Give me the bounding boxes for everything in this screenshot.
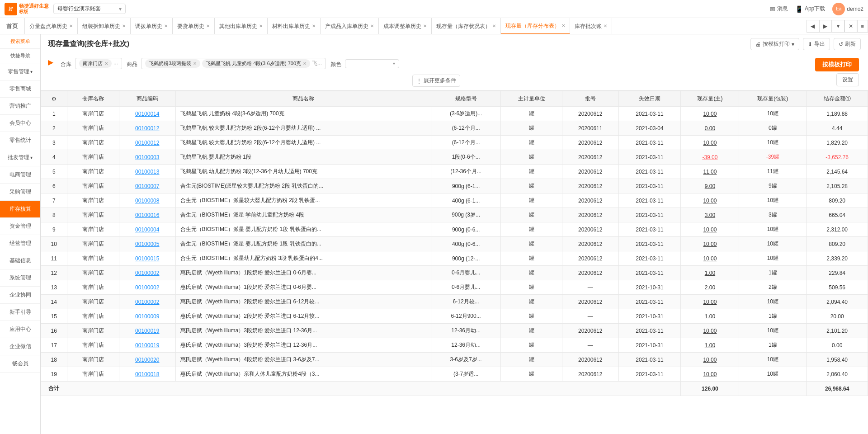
tab-mix[interactable]: 调拨单历史 ✕ (131, 18, 173, 34)
cell-qty-main[interactable]: 10.00 (681, 107, 739, 121)
tab-next-btn[interactable]: ▶ (819, 20, 832, 33)
user-info[interactable]: Ea demo2 (832, 3, 863, 15)
tab-close-all-btn[interactable]: ≡ (857, 20, 868, 33)
app-download-btn[interactable]: 📱 App下载 (795, 5, 825, 13)
tab-stock-status[interactable]: 现存量（库存状况表） ✕ (432, 18, 501, 34)
sidebar-item-member2[interactable]: 畅会员 (0, 355, 40, 373)
cell-code[interactable]: 00100004 (119, 222, 176, 237)
tab-close-split[interactable]: ✕ (69, 18, 73, 34)
tab-close-batch-settle[interactable]: ✕ (604, 18, 607, 34)
sidebar-item-member[interactable]: 会员中心 (0, 115, 40, 132)
cell-code[interactable]: 00100002 (119, 280, 176, 295)
sidebar-item-marketing[interactable]: 营销推广 (0, 98, 40, 115)
sidebar-item-stock[interactable]: 库存核算 (0, 201, 40, 218)
cell-code[interactable]: 00100020 (119, 353, 176, 367)
sidebar-item-biz[interactable]: 经营管理 (0, 235, 40, 252)
sidebar-item-shop[interactable]: 零售商城 (0, 80, 40, 98)
tab-menu-btn[interactable]: ▾ (832, 20, 844, 33)
tab-prev-btn[interactable]: ◀ (807, 20, 819, 33)
query-btn[interactable]: 按模板打印 (815, 58, 859, 71)
product-tag-2-close[interactable]: ✕ (303, 61, 307, 66)
refresh-btn[interactable]: ↺ 刷新 (834, 38, 861, 50)
cell-code[interactable]: 00100002 (119, 295, 176, 309)
sidebar-item-stats[interactable]: 零售统计 (0, 132, 40, 149)
cell-code[interactable]: 00100014 (119, 107, 176, 121)
sidebar-item-guide[interactable]: 新手引导 (0, 304, 40, 321)
sidebar-item-app-center[interactable]: 应用中心 (0, 321, 40, 338)
sidebar-item-retail[interactable]: 零售管理 ▾ (0, 63, 40, 80)
product-tag-1-close[interactable]: ✕ (193, 61, 197, 66)
sidebar-item-ecommerce[interactable]: 电商管理 (0, 166, 40, 184)
sidebar-item-wholesale[interactable]: 批发管理 ▾ (0, 149, 40, 166)
cell-code[interactable]: 00100019 (119, 338, 176, 353)
tab-close-stock-status[interactable]: ✕ (492, 18, 496, 34)
cell-code[interactable]: 00100018 (119, 367, 176, 382)
tab-close-disassemble[interactable]: ✕ (122, 18, 126, 34)
tab-want[interactable]: 要货单历史 ✕ (173, 18, 215, 34)
cell-qty-main[interactable]: 1.00 (681, 309, 739, 324)
print-btn[interactable]: 🖨 按模板打印 ▾ (750, 38, 799, 50)
cell-qty-main[interactable]: 10.00 (681, 193, 739, 208)
cell-qty-main[interactable]: 1.00 (681, 266, 739, 280)
filter-expand-arrow[interactable]: ▶ (48, 58, 53, 66)
cell-qty-main[interactable]: 10.00 (681, 251, 739, 266)
cell-code[interactable]: 00100005 (119, 237, 176, 251)
tab-close-material-out[interactable]: ✕ (312, 18, 316, 34)
cell-qty-main[interactable]: 9.00 (681, 179, 739, 193)
cell-qty-main[interactable]: 2.00 (681, 280, 739, 295)
sidebar-item-finance[interactable]: 资金管理 (0, 218, 40, 235)
cell-qty-main[interactable]: 10.00 (681, 367, 739, 382)
tab-close-stock-dist[interactable]: ✕ (561, 18, 565, 34)
cell-qty-main[interactable]: 10.00 (681, 136, 739, 150)
setting-btn[interactable]: 设置 (836, 73, 859, 86)
cell-code[interactable]: 00100012 (119, 136, 176, 150)
tab-home[interactable]: 首页 (0, 18, 25, 34)
warehouse-tag-close[interactable]: ✕ (104, 61, 108, 66)
expand-more-btn[interactable]: ⋮ 展开更多条件 (412, 75, 460, 87)
sidebar-quick-nav[interactable]: 快捷导航 (0, 49, 40, 63)
tab-stock-dist[interactable]: 现存量（库存分布表） ✕ (501, 18, 570, 34)
cell-qty-main[interactable]: -39.00 (681, 150, 739, 165)
cell-qty-main[interactable]: 10.00 (681, 295, 739, 309)
cell-qty-main[interactable]: 10.00 (681, 222, 739, 237)
sidebar-item-corp[interactable]: 企业协同 (0, 287, 40, 304)
sidebar-item-purchase[interactable]: 采购管理 (0, 184, 40, 201)
tab-close-cost-adjust[interactable]: ✕ (423, 18, 427, 34)
sidebar-search[interactable]: 搜索菜单 (0, 34, 40, 49)
tab-close-other-out[interactable]: ✕ (259, 18, 263, 34)
tab-close-current-btn[interactable]: ✕ (844, 20, 857, 33)
cell-code[interactable]: 00100012 (119, 121, 176, 136)
tab-close-want[interactable]: ✕ (206, 18, 210, 34)
cell-qty-main[interactable]: 10.00 (681, 324, 739, 338)
cell-code[interactable]: 00100002 (119, 266, 176, 280)
cell-qty-main[interactable]: 10.00 (681, 353, 739, 367)
cell-code[interactable]: 00100019 (119, 324, 176, 338)
color-selector[interactable]: ▾ (345, 59, 399, 68)
message-btn[interactable]: ✉ 消息 (770, 5, 788, 13)
cell-code[interactable]: 00100015 (119, 251, 176, 266)
cell-code[interactable]: 00100008 (119, 193, 176, 208)
cell-qty-main[interactable]: 1.00 (681, 338, 739, 353)
cell-qty-main[interactable]: 11.00 (681, 165, 739, 179)
tab-close-product-in[interactable]: ✕ (370, 18, 374, 34)
cell-code[interactable]: 00100009 (119, 309, 176, 324)
tab-material-out[interactable]: 材料出库单历史 ✕ (268, 18, 321, 34)
tab-other-out[interactable]: 其他出库单历史 ✕ (215, 18, 268, 34)
warehouse-selector[interactable]: 南岸门店 ✕ ··· (75, 58, 122, 69)
col-settings[interactable]: ⚙ (41, 91, 67, 107)
tab-batch-settle[interactable]: 库存批次账 ✕ (570, 18, 612, 34)
tab-cost-adjust[interactable]: 成本调整单历史 ✕ (379, 18, 432, 34)
store-selector[interactable]: 母婴行业演示账套 ▾ (53, 4, 126, 14)
cell-code[interactable]: 00100003 (119, 150, 176, 165)
sidebar-item-basic[interactable]: 基础信息 (0, 252, 40, 269)
tab-close-mix[interactable]: ✕ (164, 18, 168, 34)
cell-code[interactable]: 00100016 (119, 208, 176, 222)
cell-qty-main[interactable]: 10.00 (681, 237, 739, 251)
product-selector[interactable]: 飞鹤奶粉3段两提装 ✕ 飞鹤星飞帆 儿童奶粉 4段(3-6岁适用) 700克 ✕… (141, 58, 326, 69)
sidebar-item-corp-wechat[interactable]: 企业微信 (0, 338, 40, 355)
cell-qty-main[interactable]: 0.00 (681, 121, 739, 136)
tab-product-in[interactable]: 产成品入库单历史 ✕ (321, 18, 379, 34)
cell-qty-main[interactable]: 3.00 (681, 208, 739, 222)
tab-disassemble[interactable]: 组装拆卸单历史 ✕ (78, 18, 131, 34)
export-btn[interactable]: ⬇ 导出 (803, 38, 830, 50)
